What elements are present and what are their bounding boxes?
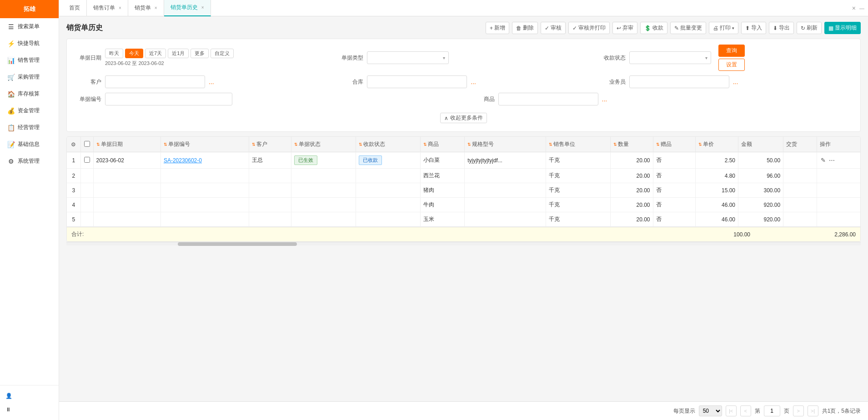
cell-checkbox[interactable]	[80, 183, 93, 198]
date-btn-more[interactable]: 更多	[191, 49, 209, 58]
page-header: 销货单历史 + 新增 🗑 删除 ✓ 审核 ✓ 审核并打印	[66, 22, 861, 34]
cell-checkbox[interactable]	[80, 198, 93, 212]
th-payment-status[interactable]: ⇅ 收款状态	[356, 137, 420, 152]
staff-input[interactable]	[629, 75, 729, 88]
th-spec[interactable]: ⇅ 规格型号	[465, 137, 546, 152]
staff-dots[interactable]: ...	[733, 78, 738, 85]
cell-row-num: 5	[67, 212, 80, 227]
filter-doc-type-field: 单据类型	[336, 51, 591, 64]
sidebar-item-finance-mgmt[interactable]: 💰 资金管理	[0, 102, 59, 119]
cell-doc-no[interactable]: SA-20230602-0	[161, 152, 249, 169]
sidebar-pause-btn[interactable]: ⏸	[0, 403, 59, 416]
sidebar-item-ops-mgmt[interactable]: 📋 经营管理	[0, 119, 59, 136]
customer-input[interactable]	[105, 75, 205, 88]
last-page-button[interactable]: >|	[808, 405, 818, 416]
doc-no-input[interactable]	[105, 93, 232, 105]
settings-button[interactable]: 设置	[718, 59, 745, 71]
tab-close-sales-order[interactable]: ×	[119, 5, 121, 10]
cell-checkbox[interactable]	[80, 212, 93, 227]
warehouse-input[interactable]	[367, 75, 467, 88]
payment-status-select[interactable]	[629, 51, 711, 64]
cell-doc-status	[291, 169, 356, 183]
sidebar-item-sales-mgmt[interactable]: 📊 销售管理	[0, 52, 59, 69]
th-qty[interactable]: ⇅ 数量	[610, 137, 653, 152]
tab-close-sales-goods[interactable]: ×	[155, 5, 157, 10]
th-transaction: 交货	[783, 137, 817, 152]
date-btn-1month[interactable]: 近1月	[168, 49, 189, 58]
tab-sales-history[interactable]: 销货单历史 ×	[164, 0, 211, 16]
tab-sales-order[interactable]: 销售订单 ×	[87, 0, 128, 16]
date-filter-buttons: 昨天 今天 近7天 近1月 更多 自定义	[105, 49, 234, 58]
edit-icon[interactable]: ✎	[821, 157, 826, 164]
cell-doc-status	[291, 198, 356, 212]
goods-dots[interactable]: ...	[602, 95, 607, 103]
show-detail-button[interactable]: ▦ 显示明细	[824, 22, 861, 34]
export-button[interactable]: ⬇ 导出	[769, 22, 794, 34]
refresh-button[interactable]: ↻ 刷新	[797, 22, 822, 34]
sidebar-item-label: 销售管理	[18, 56, 40, 64]
more-action-icon[interactable]: ⋯	[829, 157, 835, 164]
first-page-button[interactable]: |<	[726, 405, 737, 416]
date-btn-yesterday[interactable]: 昨天	[105, 49, 123, 58]
collect-button[interactable]: 💲 收款	[640, 22, 667, 34]
sidebar-item-basic-info[interactable]: 📝 基础信息	[0, 136, 59, 153]
table-row: 4 牛肉 千克 20.00 否 46.00 920.00	[67, 198, 860, 212]
sidebar-user-btn[interactable]: 👤	[0, 389, 59, 403]
th-unit[interactable]: ⇅ 销售单位	[546, 137, 611, 152]
print-button[interactable]: 🖨 打印 ▾	[709, 22, 738, 34]
prev-page-button[interactable]: <	[740, 405, 751, 416]
customer-dots[interactable]: ...	[209, 78, 214, 85]
sidebar-item-label: 搜索菜单	[18, 23, 40, 30]
sidebar-item-inventory[interactable]: 🏠 库存核算	[0, 85, 59, 102]
window-minimize-icon[interactable]: —	[859, 5, 864, 11]
table-scrollbar[interactable]	[66, 242, 861, 245]
delete-button[interactable]: 🗑 删除	[512, 22, 538, 34]
th-doc-no[interactable]: ⇅ 单据编号	[161, 137, 249, 152]
sidebar-item-search-menu[interactable]: ☰ 搜索菜单	[0, 18, 59, 35]
scrollbar-thumb[interactable]	[178, 242, 297, 246]
th-customer[interactable]: ⇅ 客户	[249, 137, 291, 152]
review-print-button[interactable]: ✓ 审核并打印	[568, 22, 610, 34]
tab-home[interactable]: 首页	[63, 0, 87, 16]
cell-goods: 玉米	[420, 212, 465, 227]
window-close-icon[interactable]: ×	[852, 5, 856, 12]
goods-input[interactable]	[498, 93, 598, 105]
sidebar-item-sys-mgmt[interactable]: ⚙ 系统管理	[0, 153, 59, 170]
add-button[interactable]: + 新增	[486, 22, 509, 34]
select-all-checkbox[interactable]	[84, 141, 90, 147]
next-page-button[interactable]: >	[793, 405, 804, 416]
import-button[interactable]: ⬆ 导入	[741, 22, 766, 34]
date-btn-today[interactable]: 今天	[125, 49, 143, 58]
date-range-display: 2023-06-02 至 2023-06-02	[105, 60, 234, 67]
tab-sales-goods[interactable]: 销货单 ×	[128, 0, 164, 16]
query-button[interactable]: 查询	[718, 45, 745, 57]
doc-type-select[interactable]	[367, 51, 449, 64]
cell-checkbox[interactable]	[80, 169, 93, 183]
th-gift[interactable]: ⇅ 赠品	[653, 137, 696, 152]
cell-checkbox[interactable]	[80, 152, 93, 169]
th-checkbox[interactable]	[80, 137, 93, 152]
page-number-input[interactable]	[764, 405, 780, 416]
per-page-select[interactable]: 50 20 100	[699, 405, 722, 416]
collapse-button[interactable]: ∧ 收起更多条件	[440, 113, 487, 123]
date-btn-7days[interactable]: 近7天	[145, 49, 166, 58]
th-unit-price[interactable]: ⇅ 单价	[696, 137, 738, 152]
batch-change-button[interactable]: ✎ 批量变更	[670, 22, 706, 34]
review-button[interactable]: ✓ 审核	[541, 22, 566, 34]
warehouse-dots[interactable]: ...	[471, 78, 476, 85]
sidebar-item-purchase-mgmt[interactable]: 🛒 采购管理	[0, 69, 59, 85]
sidebar-item-quick-nav[interactable]: ⚡ 快捷导航	[0, 35, 59, 52]
tab-close-sales-history[interactable]: ×	[201, 5, 204, 10]
th-doc-status[interactable]: ⇅ 单据状态	[291, 137, 356, 152]
th-goods[interactable]: ⇅ 商品	[420, 137, 465, 152]
cell-doc-date	[93, 183, 161, 198]
date-btn-custom[interactable]: 自定义	[211, 49, 234, 58]
th-settings[interactable]: ⚙	[67, 137, 80, 152]
cell-spec: tyjyjtyjtyjtyjdf...	[465, 152, 546, 169]
cell-transaction	[783, 212, 817, 227]
sidebar-logo: 拓雄	[0, 0, 59, 18]
th-doc-date[interactable]: ⇅ 单据日期	[93, 137, 161, 152]
cell-amount: 50.00	[738, 152, 783, 169]
row-checkbox[interactable]	[84, 157, 90, 163]
abandon-button[interactable]: ↩ 弃审	[612, 22, 637, 34]
